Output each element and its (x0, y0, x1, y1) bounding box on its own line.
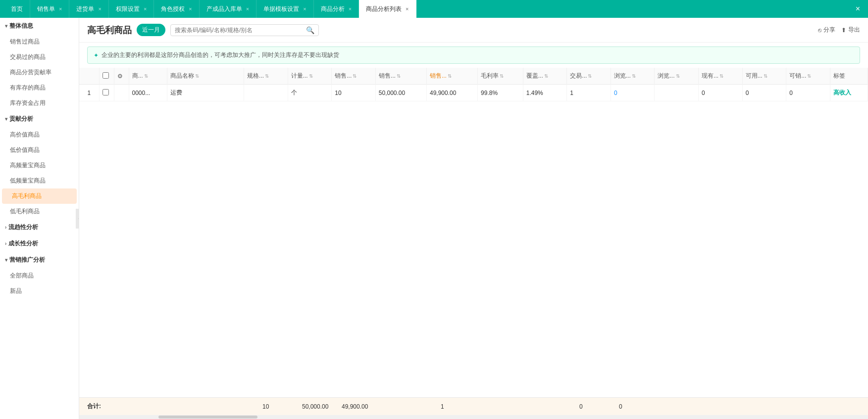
col-margin-rate[interactable]: 毛利率⇅ (478, 68, 523, 85)
footer-label: 合计: (87, 402, 101, 411)
nav-goods-analysis[interactable]: 商品分析 × (314, 0, 359, 18)
close-sales[interactable]: × (59, 6, 62, 12)
footer-available: 0 (616, 403, 656, 410)
sidebar-item-low-value[interactable]: 低价值商品 (0, 142, 79, 158)
top-nav: 首页 销售单 × 进货单 × 权限设置 × 角色授权 × 产成品入库单 × 单据… (0, 0, 868, 18)
sidebar-group-marketing-title[interactable]: ▾ 营销推广分析 (0, 252, 79, 268)
sort-sku-code: ⇅ (144, 73, 148, 79)
cell-tag: 高收入 (830, 85, 868, 101)
nav-sales[interactable]: 销售单 × (30, 0, 69, 18)
horizontal-scrollbar-thumb[interactable] (158, 416, 257, 419)
nav-permission[interactable]: 权限设置 × (109, 0, 154, 18)
arrow-overall: ▾ (5, 23, 7, 29)
export-btn[interactable]: ⬆ 导出 (841, 26, 860, 34)
sort-sku-name: ⇅ (195, 73, 199, 79)
filter-recent-month-btn[interactable]: 近一月 (137, 24, 165, 36)
sidebar: « ▾ 整体信息 销售过商品 交易过的商品 商品分营贡献率 有库存的商品 库存资… (0, 18, 79, 419)
main-table: ⚙ 商...⇅ 商品名称⇅ 规格...⇅ 计量...⇅ (79, 68, 868, 101)
sidebar-item-traded-goods[interactable]: 交易过的商品 (0, 49, 79, 65)
nav-purchase[interactable]: 进货单 × (69, 0, 108, 18)
col-available[interactable]: 可用...⇅ (742, 68, 786, 85)
col-trade-times[interactable]: 交易...⇅ (567, 68, 611, 85)
settings-icon[interactable]: ⚙ (117, 73, 123, 80)
col-sales-qty[interactable]: 销售...⇅ (332, 68, 376, 85)
header-actions: ⎋ 分享 ⬆ 导出 (818, 26, 860, 34)
sidebar-item-low-freq[interactable]: 低频量宝商品 (0, 173, 79, 188)
cell-margin-rate: 99.8% (478, 85, 523, 101)
sort-sales-amount: ⇅ (397, 73, 401, 79)
share-icon: ⎋ (818, 27, 821, 34)
close-goods-analysis-list[interactable]: × (406, 6, 408, 12)
sidebar-item-stocked-goods[interactable]: 有库存的商品 (0, 80, 79, 95)
cell-spec (244, 85, 288, 101)
cell-browse1[interactable]: 0 (611, 85, 655, 101)
col-sales-amount[interactable]: 销售...⇅ (375, 68, 426, 85)
sidebar-group-marketing: ▾ 营销推广分析 全部商品 新品 (0, 252, 79, 299)
sidebar-group-overall-title[interactable]: ▾ 整体信息 (0, 18, 79, 34)
nav-role[interactable]: 角色授权 × (154, 0, 199, 18)
close-purchase[interactable]: × (98, 6, 101, 12)
col-settings[interactable]: ⚙ (114, 68, 129, 85)
sidebar-item-low-margin[interactable]: 低毛利商品 (0, 204, 79, 219)
sidebar-item-new-goods[interactable]: 新品 (0, 283, 79, 299)
sort-available: ⇅ (764, 73, 767, 79)
nav-home[interactable]: 首页 (4, 0, 30, 18)
cell-row-num: 1 (79, 85, 99, 101)
col-unit[interactable]: 计量...⇅ (288, 68, 332, 85)
nav-template[interactable]: 单据模板设置 × (256, 0, 313, 18)
close-goods-analysis[interactable]: × (349, 6, 352, 12)
sidebar-collapse-btn[interactable]: « (76, 209, 79, 229)
arrow-marketing: ▾ (5, 257, 7, 263)
sidebar-group-trend-title[interactable]: › 流趋性分析 (0, 219, 79, 235)
cell-trade-times: 1 (567, 85, 611, 101)
close-permission[interactable]: × (144, 6, 147, 12)
cell-current-stock: 0 (699, 85, 743, 101)
sort-sales-qty: ⇅ (353, 73, 357, 79)
sidebar-item-goods-contribution[interactable]: 商品分营贡献率 (0, 65, 79, 80)
nav-product-stock[interactable]: 产成品入库单 × (200, 0, 256, 18)
col-sku-code[interactable]: 商...⇅ (129, 68, 167, 85)
nav-goods-analysis-list[interactable]: 商品分析列表 × (359, 0, 416, 18)
cell-unit: 个 (288, 85, 332, 101)
row-checkbox[interactable] (102, 89, 109, 95)
cell-sales-profit: 49,900.00 (426, 85, 477, 101)
sort-margin-rate: ⇅ (500, 73, 504, 79)
close-product-stock[interactable]: × (246, 6, 249, 12)
cell-browse2 (655, 85, 699, 101)
close-role[interactable]: × (189, 6, 192, 12)
col-browse2[interactable]: 浏览...⇅ (655, 68, 699, 85)
search-icon[interactable]: 🔍 (306, 26, 314, 34)
sort-browse1: ⇅ (632, 73, 636, 79)
select-all-checkbox[interactable] (102, 72, 109, 79)
sidebar-group-growth-title[interactable]: › 成长性分析 (0, 235, 79, 252)
main-layout: « ▾ 整体信息 销售过商品 交易过的商品 商品分营贡献率 有库存的商品 库存资… (0, 18, 868, 419)
col-sales-profit[interactable]: 销售...⇅ (426, 68, 477, 85)
search-input[interactable] (175, 27, 303, 34)
sidebar-item-high-margin[interactable]: 高毛利商品 (2, 188, 77, 204)
col-browse1[interactable]: 浏览...⇅ (611, 68, 655, 85)
col-coverage[interactable]: 覆盖...⇅ (523, 68, 567, 85)
col-spec[interactable]: 规格...⇅ (244, 68, 288, 85)
sidebar-item-sales-goods[interactable]: 销售过商品 (0, 34, 79, 49)
sidebar-item-inventory-ratio[interactable]: 库存资金占用 (0, 95, 79, 111)
footer-spacer1 (378, 403, 438, 410)
sidebar-item-high-value[interactable]: 高价值商品 (0, 127, 79, 142)
footer-sales-amount: 50,000.00 (299, 403, 339, 410)
col-current-stock[interactable]: 现有...⇅ (699, 68, 743, 85)
sort-trade-times: ⇅ (588, 73, 592, 79)
close-template[interactable]: × (303, 6, 306, 12)
sidebar-item-high-freq[interactable]: 高频量宝商品 (0, 158, 79, 173)
share-btn[interactable]: ⎋ 分享 (818, 26, 835, 34)
sidebar-group-asset-title[interactable]: ▾ 贡献分析 (0, 111, 79, 127)
global-close-btn[interactable]: × (852, 4, 864, 13)
bottom-scrollbar[interactable] (79, 415, 868, 419)
cell-checkbox[interactable] (99, 85, 114, 101)
sort-sales-profit: ⇅ (448, 73, 452, 79)
export-icon: ⬆ (841, 27, 846, 34)
sidebar-item-all-goods[interactable]: 全部商品 (0, 268, 79, 283)
sort-spec: ⇅ (265, 73, 269, 79)
col-sellable[interactable]: 可销...⇅ (786, 68, 830, 85)
sort-sellable: ⇅ (807, 73, 811, 79)
col-sku-name[interactable]: 商品名称⇅ (167, 68, 244, 85)
arrow-trend: › (5, 225, 6, 230)
